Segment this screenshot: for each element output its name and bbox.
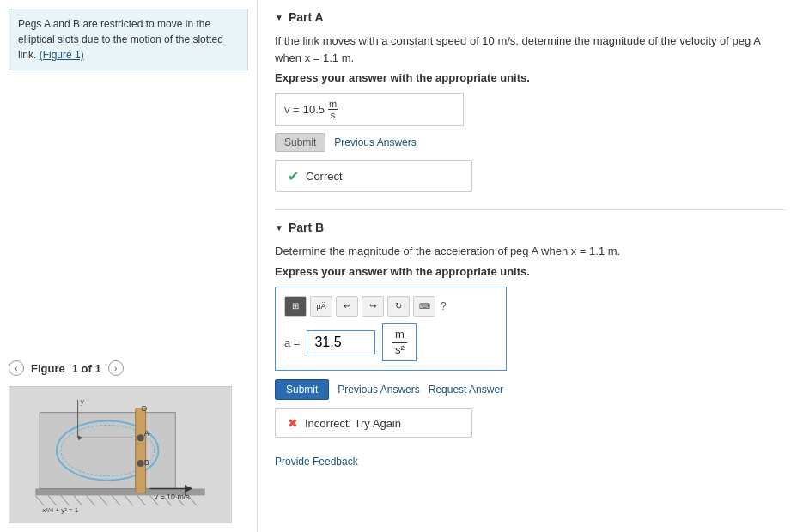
part-a-answer-label: v = <box>284 103 300 116</box>
part-b-section: ▼ Part B Determine the magnitude of the … <box>275 221 786 438</box>
part-b-answer-wrapper: ⊞ μÄ ↩ ↪ ↻ ⌨ ? a = m s² <box>275 287 507 372</box>
svg-text:x²/4 + y² = 1: x²/4 + y² = 1 <box>42 506 78 514</box>
svg-text:y: y <box>81 397 85 406</box>
part-a-action-row: Submit Previous Answers <box>275 133 786 152</box>
part-a-arrow: ▼ <box>275 13 283 22</box>
part-b-submit-btn[interactable]: Submit <box>275 379 329 400</box>
svg-text:D: D <box>142 404 147 413</box>
part-b-title: Part B <box>289 221 324 234</box>
part-b-arrow: ▼ <box>275 223 283 233</box>
part-b-feedback-box: ✖ Incorrect; Try Again <box>275 408 472 438</box>
svg-rect-18 <box>136 408 146 493</box>
part-b-unit-box: m s² <box>382 323 417 362</box>
part-b-unit-num: m <box>392 328 407 343</box>
part-b-request-answer-link[interactable]: Request Answer <box>429 384 503 396</box>
part-a-express: Express your answer with the appropriate… <box>275 71 786 84</box>
incorrect-icon: ✖ <box>288 416 298 430</box>
part-a-submit-btn[interactable]: Submit <box>275 133 325 152</box>
svg-point-20 <box>137 460 144 467</box>
toolbar-help[interactable]: ? <box>441 300 447 312</box>
figure-link[interactable]: (Figure 1) <box>40 49 84 61</box>
part-a-header[interactable]: ▼ Part A <box>275 10 786 24</box>
problem-description: Pegs A and B are restricted to move in t… <box>9 9 248 70</box>
part-a-prev-answers-link[interactable]: Previous Answers <box>334 136 416 148</box>
toolbar-grid-btn[interactable]: ⊞ <box>284 296 307 317</box>
figure-label: Figure <box>31 362 65 375</box>
part-b-prev-answers-link[interactable]: Previous Answers <box>338 384 419 396</box>
figure-label-row: ‹ Figure 1 of 1 › <box>9 355 248 381</box>
part-b-header[interactable]: ▼ Part B <box>275 221 786 234</box>
part-a-answer-value: 10.5 <box>303 103 325 116</box>
part-a-feedback-text: Correct <box>306 170 343 183</box>
part-b-question: Determine the magnitude of the accelerat… <box>275 243 786 260</box>
part-a-unit-num: m <box>328 99 338 110</box>
part-b-answer-label: a = <box>284 336 300 349</box>
part-b-unit-den: s² <box>392 343 407 358</box>
toolbar-redo-btn[interactable]: ↪ <box>362 296 384 317</box>
toolbar-keyboard-btn[interactable]: ⌨ <box>413 296 435 317</box>
part-a-question: If the link moves with a constant speed … <box>275 33 786 66</box>
footer: Provide Feedback <box>275 455 786 468</box>
toolbar-refresh-btn[interactable]: ↻ <box>387 296 410 317</box>
svg-text:B: B <box>144 458 149 467</box>
part-divider <box>275 209 786 210</box>
part-b-input[interactable] <box>307 330 375 354</box>
part-b-toolbar: ⊞ μÄ ↩ ↪ ↻ ⌨ ? <box>284 296 497 317</box>
figure-prev-btn[interactable]: ‹ <box>9 360 24 376</box>
figure-next-btn[interactable]: › <box>108 360 124 376</box>
part-a-unit: m s <box>328 99 338 120</box>
part-b-express: Express your answer with the appropriate… <box>275 265 786 278</box>
part-a-title: Part A <box>289 10 324 24</box>
svg-text:v = 10 m/s: v = 10 m/s <box>155 493 191 501</box>
part-a-section: ▼ Part A If the link moves with a consta… <box>275 10 786 192</box>
provide-feedback-link[interactable]: Provide Feedback <box>275 456 358 468</box>
svg-text:x: x <box>136 433 140 442</box>
part-a-unit-den: s <box>330 110 337 120</box>
svg-text:A: A <box>144 429 149 438</box>
figure-counter: 1 of 1 <box>72 362 101 375</box>
part-a-answer-box: v = 10.5 m s <box>275 93 464 126</box>
part-a-feedback-box: ✔ Correct <box>275 160 472 192</box>
left-panel: Pegs A and B are restricted to move in t… <box>0 0 258 532</box>
toolbar-undo-btn[interactable]: ↩ <box>336 296 358 317</box>
toolbar-mu-btn[interactable]: μÄ <box>310 296 332 317</box>
figure-image: v = 10 m/s A B y x x²/4 + y² = 1 D <box>9 386 232 523</box>
correct-icon: ✔ <box>288 168 299 184</box>
svg-rect-15 <box>40 413 175 489</box>
part-b-action-row: Submit Previous Answers Request Answer <box>275 379 786 400</box>
right-panel: ▼ Part A If the link moves with a consta… <box>258 0 803 532</box>
part-b-input-row: a = m s² <box>284 323 497 362</box>
part-b-feedback-text: Incorrect; Try Again <box>305 417 401 430</box>
